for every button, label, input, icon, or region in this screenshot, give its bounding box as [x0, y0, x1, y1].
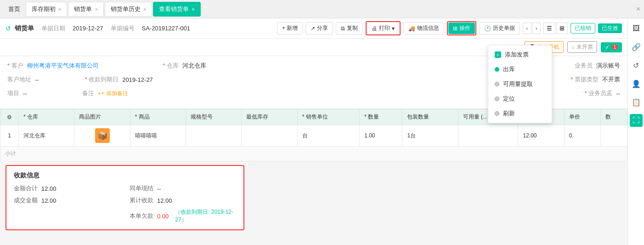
- not-open-button[interactable]: ○ 未开票: [567, 41, 597, 53]
- warehouse-label: 仓库: [163, 62, 179, 70]
- plus-icon: +: [98, 90, 102, 97]
- col-image-header: 商品图片: [74, 109, 130, 125]
- date-value: 2019-12-27: [73, 25, 103, 32]
- dropdown-add-invoice[interactable]: + 添加发票: [488, 47, 552, 62]
- row-pkgqty: 1台: [402, 125, 458, 147]
- print-operations-group: 🖨 打印 ▾: [366, 21, 401, 35]
- col-warehouse-header: * 仓库: [19, 109, 74, 125]
- next-arrow[interactable]: ›: [532, 23, 541, 34]
- prev-arrow[interactable]: ‹: [523, 23, 531, 34]
- logistics-button[interactable]: 🚚 物流信息: [403, 22, 444, 34]
- col-pkgqty-header: 包装数量: [402, 109, 458, 125]
- tab-home[interactable]: 首页: [4, 5, 25, 13]
- payment-owed-label: 本单欠款: [130, 212, 153, 220]
- project-label: 项目: [7, 89, 19, 97]
- operations-button[interactable]: ⊞ 操作: [448, 23, 475, 34]
- dropdown-outbound[interactable]: 出库: [488, 62, 552, 77]
- truck-icon: 🚚: [408, 25, 415, 32]
- tab-sales-label: 销货单: [74, 5, 92, 13]
- dropdown-locate[interactable]: 定位: [488, 91, 552, 106]
- note-field: 备注 + + 添加备注: [82, 89, 128, 97]
- date-label: 单据日期: [41, 24, 65, 33]
- row-product: 嘻嘻嘻嘻: [130, 125, 186, 147]
- payment-total-row: 金额合计 12.00: [14, 184, 120, 193]
- col-settings-header[interactable]: ⚙: [0, 109, 19, 125]
- print-button[interactable]: 🖨 打印 ▾: [367, 23, 399, 34]
- add-note-button[interactable]: + + 添加备注: [98, 90, 128, 97]
- row-minstock: [242, 125, 297, 147]
- refresh-dot-icon: [495, 111, 499, 116]
- payment-grid: 金额合计 12.00 同单现结 -- 成交金额 12.00 累计收款 12.00: [14, 184, 236, 224]
- outbound-dot-icon: [495, 67, 499, 72]
- locate-dot-icon: [495, 97, 499, 101]
- copy-icon: ⧉: [341, 25, 345, 32]
- tab-sales-history-close[interactable]: ×: [143, 6, 146, 12]
- col-product-header: * 商品: [130, 109, 186, 125]
- tab-sales-history-label: 销货单历史: [111, 5, 141, 13]
- row-num: 1: [0, 125, 19, 147]
- view-toggle: ☰ ⊞: [543, 23, 568, 34]
- close-all-icon[interactable]: ×: [636, 5, 640, 13]
- payment-total-value: 12.00: [41, 185, 56, 192]
- list-view-button[interactable]: ☰: [543, 23, 555, 34]
- operations-group: ⊞ 操作: [447, 21, 476, 35]
- locate-label: 定位: [503, 95, 515, 103]
- address-field: 客户地址 --: [7, 75, 39, 84]
- share-button[interactable]: ↗ 分享: [305, 22, 333, 34]
- sidebar-refresh-icon[interactable]: ↺: [630, 59, 643, 72]
- sidebar-clipboard-icon[interactable]: 📋: [630, 96, 643, 108]
- staff-label: 业务员: [575, 62, 593, 70]
- new-button[interactable]: + 新增: [277, 22, 303, 34]
- history-icon: 🕐: [484, 25, 491, 32]
- tab-view-sales-close[interactable]: ×: [192, 6, 194, 12]
- grid-view-button[interactable]: ⊞: [556, 23, 568, 34]
- toolbar-actions: + 新增 ↗ 分享 ⧉ 复制 🖨 打印 ▾ 🚚: [277, 21, 622, 35]
- salesman-value: --: [616, 90, 620, 97]
- status-effect-badge: 已生效: [598, 23, 622, 33]
- row-spec: [186, 125, 242, 147]
- row-image: 📦: [74, 125, 130, 147]
- print-dropdown-icon: ▾: [392, 25, 395, 32]
- sidebar-user-icon[interactable]: 👤: [630, 77, 643, 90]
- dropdown-refresh[interactable]: 刷新: [488, 106, 552, 121]
- tab-inventory-close[interactable]: ×: [58, 6, 61, 12]
- number-label: 单据编号: [111, 24, 135, 33]
- subtotal-row: 小计: [0, 147, 627, 161]
- col-spec-header: 规格型号: [186, 109, 242, 125]
- confirm-button[interactable]: ✓ 1: [601, 42, 622, 52]
- available-extract-dot-icon: [495, 82, 499, 86]
- sidebar-expand-icon[interactable]: ⛶: [630, 114, 643, 127]
- outbound-label: 出库: [503, 65, 515, 74]
- tab-inventory-label: 库存期初: [32, 5, 56, 13]
- ticket-label: 票据类型: [571, 75, 599, 84]
- row-available: [458, 125, 518, 147]
- due-date-value: 2019-12-27: [122, 76, 153, 83]
- dropdown-available-extract[interactable]: 可用量提取: [488, 77, 552, 91]
- tab-sales-history[interactable]: 销货单历史 ×: [105, 2, 152, 17]
- sidebar-image-icon[interactable]: 🖼: [630, 22, 643, 35]
- doc-meta: 单据日期 2019-12-27 单据编号 SA-20191227-001: [41, 24, 190, 33]
- share-icon: ↗: [311, 25, 315, 32]
- sidebar-link-icon[interactable]: 🔗: [630, 40, 643, 53]
- tab-inventory[interactable]: 库存期初 ×: [26, 2, 67, 17]
- ticket-field: 票据类型 不开票: [571, 75, 620, 84]
- payment-deal-row: 成交金额 12.00: [14, 196, 120, 205]
- row-warehouse: 河北仓库: [19, 125, 74, 147]
- add-invoice-icon: +: [495, 51, 501, 58]
- operations-dropdown: + 添加发票 出库 可用量提取 定位 刷新: [488, 45, 552, 123]
- product-image: 📦: [95, 128, 110, 143]
- customer-value[interactable]: 柳州粤港平安气体有限公司: [27, 62, 99, 70]
- history-button[interactable]: 🕐 历史单据: [479, 22, 520, 34]
- tab-sales-close[interactable]: ×: [95, 6, 97, 12]
- grid-icon: ⊞: [453, 25, 458, 32]
- payment-owed-row: 本单欠款 0.00 （收款到期日: 2019-12-27）: [130, 208, 236, 224]
- tab-sales[interactable]: 销货单 ×: [68, 2, 103, 17]
- payment-settle-value: --: [157, 185, 161, 192]
- subtotal-label: 小计: [0, 147, 627, 161]
- row-unit: 台: [297, 125, 359, 147]
- copy-button[interactable]: ⧉ 复制: [336, 22, 363, 34]
- tab-view-sales[interactable]: 查看销货单 ×: [153, 2, 200, 17]
- payment-section: 收款信息 金额合计 12.00 同单现结 -- 成交金额 12.00 累计收款 …: [6, 165, 244, 230]
- salesman-field: 业务员孟 --: [585, 89, 620, 97]
- payment-total-label: 金额合计: [14, 184, 38, 193]
